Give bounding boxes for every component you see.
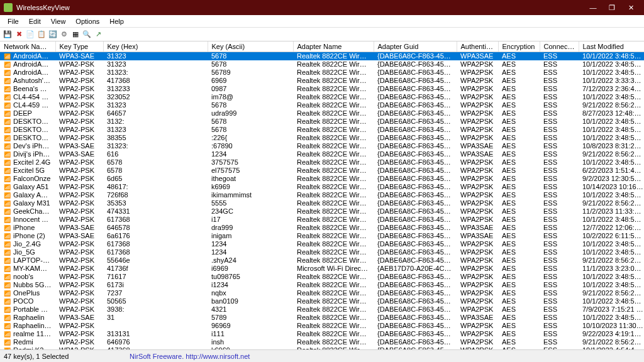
col-header[interactable]: Adapter Guid — [374, 41, 457, 52]
table-row[interactable]: Dev's iPhoneWPA3-SAE31323::67890Realtek … — [0, 142, 644, 150]
table-row[interactable]: Beena's Galaxy F2...WPA2-PSK3132330987Re… — [0, 85, 644, 93]
table-row[interactable]: Jio_2.4GWPA2-PSK6173681234Realtek 8822CE… — [0, 240, 644, 248]
table-row[interactable]: iPhone (2)WPA3-SAE6a6176inigamRealtek 88… — [0, 232, 644, 240]
statusbar: 47 key(s), 1 Selected NirSoft Freeware. … — [0, 349, 644, 362]
table-row[interactable]: LAPTOP-J3LG2QH...WPA2-PSK55646e.shyA24Re… — [0, 256, 644, 265]
delete-icon[interactable]: ✖ — [14, 30, 24, 40]
export-icon[interactable]: ↗ — [93, 30, 103, 40]
report-icon[interactable]: 📄 — [25, 30, 35, 40]
refresh-icon[interactable]: 🔄 — [48, 30, 58, 40]
table-row[interactable]: Redmi K20 ProWPA2-PSK417368k6969Realtek … — [0, 346, 644, 350]
qr-icon[interactable]: ▦ — [70, 30, 80, 40]
menubar: FileEditViewOptionsHelp — [0, 15, 644, 28]
table-row[interactable]: Excitel 5GWPA2-PSK6578el757575Realtek 88… — [0, 167, 644, 175]
table-row[interactable]: AndroidAP_5204WPA2-PSK31323:56789Realtek… — [0, 69, 644, 77]
table-row[interactable]: RaphaelinWPA3-SAE315789Realtek 8822CE Wi… — [0, 314, 644, 322]
col-header[interactable]: Authentication — [457, 41, 498, 52]
table-row[interactable]: Galaxy A51WPA2-PSK48617:k6969Realtek 882… — [0, 183, 644, 191]
options-icon[interactable]: ⚙ — [59, 30, 69, 40]
table-row[interactable]: Galaxy M31WPA2-PSK353535555Realtek 8822C… — [0, 199, 644, 207]
titlebar: WirelessKeyView — ❐ ✕ — [0, 0, 644, 15]
table-row[interactable]: MY-KAMPUTTARWPA2-PSK41736fi6969Microsoft… — [0, 265, 644, 273]
menu-help[interactable]: Help — [104, 16, 129, 26]
col-header[interactable]: Key (Ascii) — [208, 41, 293, 52]
table-row[interactable]: OnePlusWPA2-PSK7237nqbxRealtek 8822CE Wi… — [0, 289, 644, 297]
table-row[interactable]: Galaxy A71B224WPA2-PSK726f68ikimammimstR… — [0, 191, 644, 199]
table-row[interactable]: AndroidAP_4923WPA2-PSK313235678Realtek 8… — [0, 60, 644, 69]
table-row[interactable]: Raphaelin's Repla...WPA2-PSK96969Realtek… — [0, 322, 644, 330]
col-header[interactable]: Encryption — [498, 41, 540, 52]
table-row[interactable]: CL4-459 2606WPA2-PSK313235678Realtek 882… — [0, 101, 644, 109]
table-header-row: Network Name...Key TypeKey (Hex)Key (Asc… — [0, 41, 644, 52]
table-row[interactable]: Jio_5GWPA2-PSK6173681234Realtek 8822CE W… — [0, 248, 644, 256]
status-text: 47 key(s), 1 Selected — [4, 353, 130, 360]
col-header[interactable]: Connection Ty... — [540, 41, 579, 52]
table-container[interactable]: Network Name...Key TypeKey (Hex)Key (Asc… — [0, 41, 644, 349]
table-row[interactable]: POCOWPA2-PSK50565ban0109Realtek 8822CE W… — [0, 297, 644, 305]
app-icon — [4, 3, 13, 12]
table-row[interactable]: Divij's iPhoneWPA3-SAE6161234Realtek 882… — [0, 150, 644, 158]
close-button[interactable]: ✕ — [621, 1, 640, 14]
minimize-button[interactable]: — — [584, 1, 602, 14]
branding-link[interactable]: http://www.nirsoft.net — [186, 353, 250, 360]
keys-table[interactable]: Network Name...Key TypeKey (Hex)Key (Asc… — [0, 41, 644, 349]
table-row[interactable]: RedmiWPA2-PSK646976inshRealtek 8822CE Wi… — [0, 338, 644, 346]
table-row[interactable]: DESKTOP-VORHM...WPA2-PSK38355:226{Realte… — [0, 134, 644, 142]
table-row[interactable]: DESKTOP-7LPFA72...WPA2-PSK3132:5678Realt… — [0, 118, 644, 126]
window-title: WirelessKeyView — [16, 4, 70, 11]
table-row[interactable]: realme 11 Pro 5GWPA2-PSK313131i111Realte… — [0, 330, 644, 338]
table-row[interactable]: Nubbs 5GHzWPA2-PSK6173ii1234Realtek 8822… — [0, 281, 644, 289]
table-row[interactable]: CL4-454 6642WPA2-PSK323052im78@Realtek 8… — [0, 93, 644, 101]
menu-file[interactable]: File — [3, 16, 24, 26]
table-row[interactable]: Portable HotspotWPA2-PSK3938:4321Realtek… — [0, 305, 644, 314]
col-header[interactable]: Key (Hex) — [103, 41, 208, 52]
toolbar: 💾✖📄📋🔄⚙▦🔍↗ — [0, 28, 644, 41]
table-row[interactable]: DESKTOP-AOE972...WPA2-PSK313235678Realte… — [0, 126, 644, 134]
table-row[interactable]: GeekChampWPA2-PSK474331234GCRealtek 8822… — [0, 207, 644, 216]
table-row[interactable]: Ashutosh's Rapha...WPA2-PSK4173686969Rea… — [0, 77, 644, 85]
col-header[interactable]: Adapter Name — [293, 41, 374, 52]
maximize-button[interactable]: ❐ — [602, 1, 621, 14]
table-row[interactable]: AndroidAP_4573WPA3-SAE313235678Realtek 8… — [0, 52, 644, 60]
table-row[interactable]: iPhoneWPA3-SAE646578dra999Realtek 8822CE… — [0, 224, 644, 232]
col-header[interactable]: Network Name... — [0, 41, 55, 52]
branding: NirSoft Freeware. http://www.nirsoft.net — [130, 353, 250, 360]
col-header[interactable]: Key Type — [55, 41, 103, 52]
menu-options[interactable]: Options — [70, 16, 104, 26]
menu-view[interactable]: View — [46, 16, 71, 26]
table-row[interactable]: Innocent To Wo B...WPA2-PSK617368i17Real… — [0, 216, 644, 224]
table-row[interactable]: Excitel 2.4GWPA2-PSK65783757575Realtek 8… — [0, 158, 644, 167]
save-icon[interactable]: 💾 — [3, 30, 13, 40]
copy-icon[interactable]: 📋 — [36, 30, 47, 40]
table-row[interactable]: noob'sWPA2-PSK71617tu098765Realtek 8822C… — [0, 273, 644, 281]
table-row[interactable]: FalconOnzeWPA2-PSK6d65ithegoatRealtek 88… — [0, 175, 644, 183]
menu-edit[interactable]: Edit — [24, 16, 46, 26]
find-icon[interactable]: 🔍 — [82, 30, 92, 40]
col-header[interactable]: Last Modified — [579, 41, 644, 52]
table-row[interactable]: DEEPWPA2-PSK64657udra999Realtek 8822CE W… — [0, 109, 644, 118]
